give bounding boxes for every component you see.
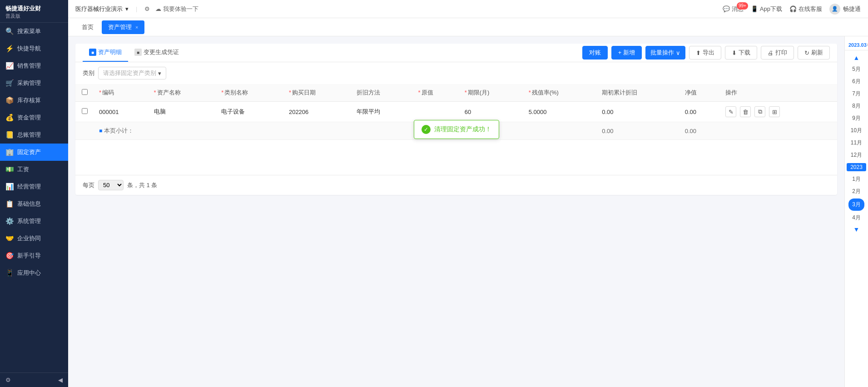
sidebar: 畅捷通好业财 普及版 🔍搜索菜单⚡快捷导航📈销售管理🛒采购管理📦库存核算💰资金管…: [0, 0, 68, 387]
subtotal-net: 0.00: [680, 122, 720, 140]
month-item[interactable]: 6月: [845, 75, 868, 88]
copy-btn[interactable]: ⧉: [754, 106, 765, 117]
per-page-select[interactable]: 50 100: [98, 180, 124, 190]
main-card: ■ 资产明细 ■ 变更生成凭证 对账 + 新增 批量操作 ∨: [75, 44, 837, 195]
sidebar-icon-search: 🔍: [5, 27, 14, 35]
month-item[interactable]: 10月: [845, 124, 868, 137]
tab-home[interactable]: 首页: [75, 20, 100, 34]
th-checkbox: [75, 84, 94, 102]
service-btn[interactable]: 🎧 在线客服: [789, 5, 822, 13]
logo-sub: 普及版: [5, 13, 63, 20]
asset-detail-icon: ■: [89, 49, 96, 56]
month-item[interactable]: 2月: [845, 185, 868, 198]
sidebar-icon-basic-info: 📋: [5, 200, 14, 208]
company-selector[interactable]: 医疗器械行业演示 ▾: [75, 5, 129, 13]
month-item[interactable]: 11月: [845, 137, 868, 149]
row-checkbox-0[interactable]: [82, 108, 88, 114]
collapse-icon[interactable]: ◀: [58, 377, 63, 383]
refresh-label: 刷新: [811, 49, 823, 57]
username: 畅捷通: [843, 5, 861, 13]
refresh-btn[interactable]: ↻ 刷新: [798, 46, 830, 60]
settings-icon[interactable]: ⚙: [5, 377, 11, 383]
delete-btn[interactable]: 🗑: [740, 106, 751, 117]
app-download-label: App下载: [760, 5, 782, 13]
sidebar-item-inventory[interactable]: 📦库存核算: [0, 92, 68, 109]
experience-btn[interactable]: ☁ 我要体验一下: [155, 5, 198, 13]
month-item[interactable]: 7月: [845, 88, 868, 100]
reconcile-btn[interactable]: 对账: [582, 46, 608, 60]
month-item[interactable]: 12月: [845, 149, 868, 161]
sidebar-item-ledger[interactable]: 📒总账管理: [0, 126, 68, 144]
export-icon: ⬆: [696, 50, 701, 56]
topbar-divider: |: [136, 5, 137, 12]
tab-asset-mgmt[interactable]: 资产管理 ×: [102, 20, 144, 34]
month-item[interactable]: 5月: [845, 63, 868, 75]
download-btn[interactable]: ⬇ 下载: [725, 46, 757, 60]
gear-icon[interactable]: ⚙: [144, 5, 150, 12]
sidebar-label-sales: 销售管理: [17, 62, 41, 70]
sidebar-item-search[interactable]: 🔍搜索菜单: [0, 23, 68, 40]
row-original-value: [413, 102, 459, 122]
row-checkbox-cell: [75, 102, 94, 122]
sidebar-label-system: 系统管理: [17, 217, 41, 225]
month-item[interactable]: 1月: [845, 173, 868, 185]
tab-home-label: 首页: [82, 23, 94, 31]
avatar-btn[interactable]: 👤 畅捷通: [829, 4, 861, 15]
tabsbar: 首页 资产管理 ×: [68, 18, 868, 36]
main-area: 医疗器械行业演示 ▾ | ⚙ ☁ 我要体验一下 💬 消息 99+ 📱 App下载…: [68, 0, 868, 387]
month-item[interactable]: 8月: [845, 100, 868, 112]
sidebar-item-operations[interactable]: 📊经营管理: [0, 178, 68, 195]
sub-tab-change-voucher[interactable]: ■ 变更生成凭证: [128, 44, 185, 62]
download-icon: ⬇: [732, 50, 737, 56]
success-message: 清理固定资产成功！: [434, 125, 491, 134]
select-all-checkbox[interactable]: [82, 89, 88, 95]
row-depreciation-method: 年限平均: [351, 102, 413, 122]
sidebar-item-quick-nav[interactable]: ⚡快捷导航: [0, 40, 68, 57]
month-item[interactable]: 4月: [845, 212, 868, 224]
sidebar-item-funds[interactable]: 💰资金管理: [0, 109, 68, 126]
months-after-list: 1月2月3月4月: [845, 173, 868, 224]
row-code: 000001: [94, 102, 149, 122]
row-purchase-date: 202206: [283, 102, 351, 122]
batch-btn[interactable]: 批量操作 ∨: [645, 46, 685, 60]
tab-asset-label: 资产管理: [108, 23, 132, 31]
month-item[interactable]: 3月: [848, 198, 864, 211]
sidebar-item-enterprise[interactable]: 🤝企业协同: [0, 230, 68, 247]
sidebar-logo: 畅捷通好业财 普及版: [0, 0, 68, 23]
sidebar-item-fixed-assets[interactable]: 🏢固定资产: [0, 144, 68, 161]
sidebar-item-purchase[interactable]: 🛒采购管理: [0, 74, 68, 92]
category-select[interactable]: 请选择固定资产类别 ▾: [98, 67, 166, 79]
scroll-up-btn[interactable]: ▲: [853, 53, 861, 62]
row-period: 60: [459, 102, 523, 122]
sidebar-item-app-center[interactable]: 📱应用中心: [0, 264, 68, 282]
sidebar-label-app-center: 应用中心: [17, 269, 41, 277]
panel-year-badge: 2023: [847, 163, 866, 171]
service-label: 在线客服: [799, 5, 822, 13]
sidebar-item-basic-info[interactable]: 📋基础信息: [0, 195, 68, 213]
app-download-btn[interactable]: 📱 App下载: [751, 5, 782, 13]
month-item[interactable]: 9月: [845, 112, 868, 124]
th-original-value: *原值: [413, 84, 459, 102]
scroll-down-btn[interactable]: ▼: [853, 225, 861, 234]
message-btn[interactable]: 💬 消息 99+: [723, 5, 744, 13]
tab-close-icon[interactable]: ×: [135, 25, 138, 30]
edit-btn[interactable]: ✎: [725, 106, 736, 117]
sidebar-item-system[interactable]: ⚙️系统管理: [0, 213, 68, 230]
avatar-icon: 👤: [832, 6, 838, 12]
sidebar-icon-inventory: 📦: [5, 96, 14, 104]
subtotal-label: ■ 本页小计：: [94, 122, 413, 140]
sidebar-label-purchase: 采购管理: [17, 79, 41, 87]
change-voucher-icon: ■: [134, 49, 142, 56]
export-btn[interactable]: ⬆ 导出: [689, 46, 721, 60]
sidebar-item-payroll[interactable]: 💵工资: [0, 161, 68, 178]
print-btn[interactable]: 🖨 打印: [761, 46, 794, 60]
total-label: 条，共 1 条: [127, 181, 157, 189]
new-btn[interactable]: + 新增: [611, 46, 642, 60]
more-btn[interactable]: ⊞: [769, 106, 780, 117]
sidebar-label-inventory: 库存核算: [17, 96, 41, 104]
sidebar-item-sales[interactable]: 📈销售管理: [0, 57, 68, 74]
sidebar-item-guide[interactable]: 🎯新手引导: [0, 247, 68, 264]
sub-tabs: ■ 资产明细 ■ 变更生成凭证 对账 + 新增 批量操作 ∨: [75, 44, 837, 62]
sub-tab-asset-detail[interactable]: ■ 资产明细: [83, 44, 128, 62]
export-label: 导出: [703, 49, 714, 57]
